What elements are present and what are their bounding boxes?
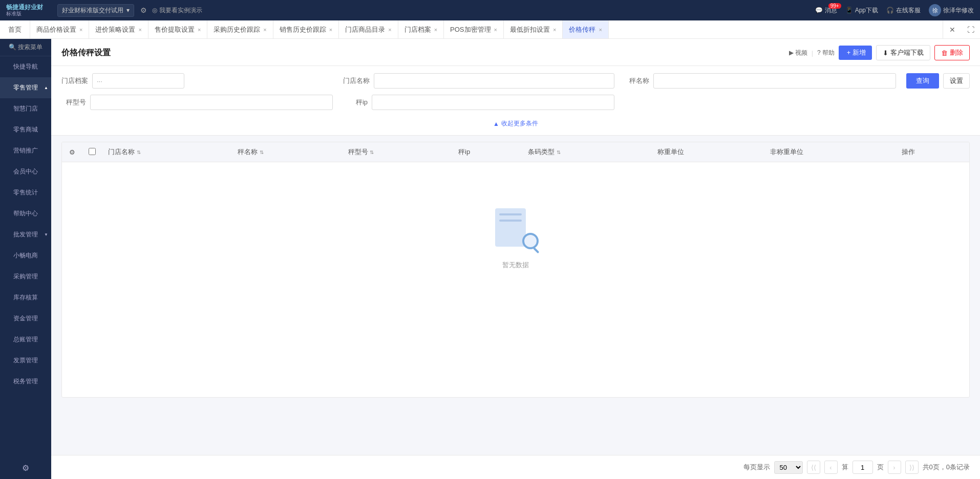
- table-wrapper: ⚙ 门店名称 ⇅ 秤名称 ⇅: [61, 142, 970, 398]
- tab-store-file[interactable]: 门店档案 ×: [398, 20, 444, 39]
- delete-button[interactable]: 🗑 删除: [934, 45, 970, 60]
- dropdown-icon: ▾: [126, 7, 130, 14]
- maximize-button[interactable]: ⛶: [962, 20, 980, 39]
- sort-icon[interactable]: ⇅: [137, 149, 141, 155]
- sidebar-item-retail-stats[interactable]: 零售统计: [0, 182, 51, 203]
- last-page-button[interactable]: ⟩⟩: [905, 461, 919, 474]
- pagination: 每页显示 50 10 20 100 ⟨⟨ ‹ 算 页 › ⟩⟩ 共0页，0条记录: [51, 455, 980, 479]
- sidebar-item-purchase[interactable]: 采购管理: [0, 266, 51, 287]
- sidebar-item-help[interactable]: 帮助中心: [0, 203, 51, 224]
- headset-icon: 🎧: [886, 7, 894, 14]
- tab-min-discount[interactable]: 最低折扣设置 ×: [504, 20, 563, 39]
- close-icon[interactable]: ×: [553, 27, 556, 33]
- user-menu-button[interactable]: 徐 徐泽华修改: [929, 4, 974, 16]
- page-title: 价格传秤设置: [61, 48, 111, 58]
- sidebar-item-wholesale[interactable]: 批发管理: [0, 224, 51, 245]
- close-icon[interactable]: ×: [599, 27, 602, 33]
- app-download-button[interactable]: 📱 App下载: [845, 6, 878, 15]
- logo-title: 畅捷通好业财: [6, 4, 43, 11]
- close-icon[interactable]: ×: [329, 27, 332, 33]
- sidebar-item-marketing[interactable]: 营销推广: [0, 140, 51, 161]
- close-icon[interactable]: ×: [79, 27, 82, 33]
- tab-purchase-strategy[interactable]: 进价策略设置 ×: [89, 20, 148, 39]
- sidebar-item-tax[interactable]: 税务管理: [0, 371, 51, 392]
- empty-text: 暂无数据: [502, 260, 529, 270]
- first-page-button[interactable]: ⟨⟨: [807, 461, 820, 474]
- th-store-name: 门店名称 ⇅: [102, 142, 231, 162]
- close-icon[interactable]: ×: [494, 27, 497, 33]
- message-badge: 99+: [828, 3, 841, 9]
- prev-page-button[interactable]: ‹: [824, 461, 838, 474]
- avatar: 徐: [929, 4, 941, 16]
- store-name-input[interactable]: [374, 73, 614, 89]
- sidebar-item-ecom[interactable]: 小畅电商: [0, 245, 51, 266]
- search-form: 门店档案 门店名称 秤名称 查询 设置 秤型号: [51, 66, 980, 136]
- sidebar-item-ledger[interactable]: 总账管理: [0, 329, 51, 350]
- video-link[interactable]: ▶ 视频: [789, 49, 807, 57]
- close-window-button[interactable]: ✕: [943, 20, 962, 39]
- version-select[interactable]: 好业财标准版交付试用 ▾: [57, 4, 134, 17]
- th-scale-model: 秤型号 ⇅: [342, 142, 452, 162]
- close-icon[interactable]: ×: [388, 27, 391, 33]
- th-scale-name: 秤名称 ⇅: [231, 142, 342, 162]
- sidebar-item-retail[interactable]: 零售管理: [0, 77, 51, 98]
- scale-name-label: 秤名称: [625, 76, 649, 85]
- close-icon[interactable]: ×: [263, 27, 266, 33]
- th-barcode-type: 条码类型 ⇅: [522, 142, 651, 162]
- gear-icon[interactable]: ⚙: [69, 148, 75, 156]
- download-client-button[interactable]: ⬇ 客户端下载: [876, 45, 930, 60]
- next-page-button[interactable]: ›: [888, 461, 901, 474]
- tab-pos-secret[interactable]: POS加密管理 ×: [444, 20, 504, 39]
- sidebar-item-smart-store[interactable]: 智慧门店: [0, 98, 51, 119]
- page-size-select[interactable]: 50 10 20 100: [774, 461, 803, 474]
- scale-ip-input[interactable]: [372, 95, 614, 110]
- store-name-field: 门店名称: [343, 73, 614, 89]
- message-button[interactable]: 💬 消息 99+: [815, 6, 837, 15]
- search-button[interactable]: 查询: [906, 73, 939, 89]
- close-icon[interactable]: ×: [434, 27, 437, 33]
- help-link[interactable]: ? 帮助: [817, 49, 835, 57]
- sidebar-item-finance[interactable]: 资金管理: [0, 308, 51, 329]
- sort-icon[interactable]: ⇅: [370, 149, 374, 155]
- tab-price-scale[interactable]: 价格传秤 ×: [563, 20, 608, 39]
- select-all-checkbox[interactable]: [89, 148, 96, 155]
- user-label: 徐泽华修改: [943, 6, 974, 15]
- store-file-field: 门店档案: [61, 73, 333, 89]
- sort-icon[interactable]: ⇅: [260, 149, 264, 155]
- sort-icon[interactable]: ⇅: [557, 149, 561, 155]
- sidebar-item-invoice[interactable]: 发票管理: [0, 350, 51, 371]
- add-button[interactable]: + 新增: [839, 46, 872, 60]
- tab-home[interactable]: 首页: [0, 20, 30, 39]
- sidebar-item-member[interactable]: 会员中心: [0, 161, 51, 182]
- per-page-label: 每页显示: [743, 463, 770, 472]
- demo-button[interactable]: ◎ 我要看实例演示: [152, 6, 202, 15]
- customer-service-button[interactable]: 🎧 在线客服: [886, 6, 921, 15]
- tab-goods-price[interactable]: 商品价格设置 ×: [30, 20, 89, 39]
- scale-ip-label: 秤ip: [343, 98, 368, 107]
- tab-sale-price[interactable]: 售价提取设置 ×: [148, 20, 207, 39]
- th-non-weight-unit: 非称重单位: [764, 142, 896, 162]
- settings-button[interactable]: 设置: [943, 73, 970, 89]
- close-icon[interactable]: ×: [138, 27, 141, 33]
- sidebar-item-retail-mall[interactable]: 零售商城: [0, 119, 51, 140]
- version-label: 好业财标准版交付试用: [62, 6, 123, 15]
- scale-name-input[interactable]: [653, 73, 896, 89]
- page-total: 共0页，0条记录: [923, 463, 970, 472]
- collapse-button[interactable]: ▲ 收起更多条件: [493, 119, 538, 128]
- tab-sale-history[interactable]: 销售历史价跟踪 ×: [273, 20, 339, 39]
- sidebar-quick-nav[interactable]: 快捷导航: [0, 56, 51, 77]
- page-number-input[interactable]: [853, 461, 873, 474]
- sidebar-search[interactable]: 🔍 搜索菜单: [0, 39, 51, 56]
- store-file-input[interactable]: [92, 73, 184, 89]
- sidebar-gear-button[interactable]: ⚙: [0, 457, 51, 479]
- th-gear: ⚙: [62, 142, 82, 162]
- tab-purchase-history[interactable]: 采购历史价跟踪 ×: [207, 20, 273, 39]
- sidebar-item-inventory[interactable]: 库存核算: [0, 287, 51, 308]
- doc-shape: [495, 208, 526, 247]
- table-header-row: ⚙ 门店名称 ⇅ 秤名称 ⇅: [62, 142, 969, 162]
- data-table: ⚙ 门店名称 ⇅ 秤名称 ⇅: [62, 142, 969, 162]
- tab-store-catalog[interactable]: 门店商品目录 ×: [339, 20, 398, 39]
- close-icon[interactable]: ×: [198, 27, 201, 33]
- version-gear-button[interactable]: ⚙: [140, 6, 147, 14]
- scale-model-input[interactable]: [90, 95, 333, 110]
